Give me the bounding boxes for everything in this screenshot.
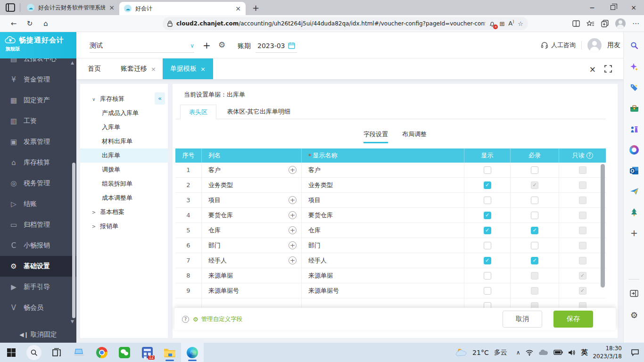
required-checkbox[interactable] [531,257,538,264]
browser-profile-avatar[interactable] [615,18,626,29]
add-archive-icon[interactable]: + [289,166,297,174]
tree-node-cost-adjust[interactable]: 成本调整单 [80,191,168,205]
shopping-tag-icon[interactable] [624,81,644,94]
close-tab-icon[interactable]: × [109,4,115,11]
collapse-panel-button[interactable]: « [155,92,165,105]
refresh-button[interactable]: ↻ [22,19,38,28]
required-checkbox[interactable] [531,166,538,174]
readonly-checkbox[interactable] [579,242,586,249]
tree-node-expense-form[interactable]: >报销单 [80,219,168,233]
notifications-blocked-icon[interactable]: × [489,20,495,27]
close-page-icon[interactable]: × [589,65,596,74]
fullscreen-icon[interactable] [604,65,612,73]
help-icon[interactable]: ? [182,316,189,323]
add-favorite-icon[interactable]: ☆ [518,20,523,27]
required-checkbox[interactable] [531,181,538,189]
home-button[interactable]: ⌂ [38,19,54,28]
user-name[interactable]: 用友 [607,41,620,49]
tab-account-migration[interactable]: 账套迁移× [113,58,164,79]
tab-body-area[interactable]: 表体区-其它出库单明细 [218,105,299,119]
display-name-cell[interactable]: 部门 [302,238,464,253]
sidebar-item-invoices[interactable]: ▣发票管理 [0,132,76,152]
user-avatar[interactable] [587,38,602,52]
split-screen-icon[interactable] [572,20,580,27]
task-view-button[interactable] [45,343,68,362]
tab-home[interactable]: 首页 [80,58,108,79]
readonly-checkbox[interactable] [579,181,586,189]
notification-center-icon[interactable] [631,349,639,356]
sidebar-item-archive[interactable]: ▭归档管理 [0,214,76,235]
readonly-checkbox[interactable] [579,197,586,204]
onedrive-cloud-icon[interactable] [539,349,548,355]
show-checkbox[interactable] [484,272,491,280]
new-tab-button[interactable]: + [252,3,259,13]
tab-workspaces-icon[interactable] [6,3,15,12]
display-name-cell[interactable]: 来源单据 [302,268,464,283]
add-sidebar-app-icon[interactable]: + [624,226,644,239]
tab-field-settings[interactable]: 字段设置 [363,130,388,143]
close-tab-icon[interactable]: × [200,66,206,73]
show-checkbox[interactable] [484,197,491,204]
restore-button[interactable] [603,0,623,15]
sidebar-item-inventory[interactable]: ⌂库存核算 [0,152,76,173]
clock-date[interactable]: 18:302023/3/18 [593,345,622,360]
url-text[interactable]: cloud2.chanjet.com/accounting/uh26t264j5… [176,20,485,27]
battery-icon[interactable] [553,350,563,355]
show-checkbox[interactable] [484,212,491,219]
search-icon[interactable] [624,39,644,52]
display-name-cell[interactable]: 经手人 [302,253,464,268]
show-checkbox[interactable] [484,242,491,249]
favorites-icon[interactable] [586,20,594,27]
sidebar-item-fixed-assets[interactable]: ▦固定资产 [0,90,76,111]
readonly-checkbox[interactable] [579,272,586,280]
calculator-icon[interactable]: 12 [136,343,158,362]
sidebar-item-salary[interactable]: ▥工资 [0,111,76,132]
hidden-icons-chevron[interactable]: ∧ [516,349,520,356]
tab-layout-adjust[interactable]: 布局调整 [402,130,427,143]
sidebar-toggle-icon[interactable] [624,287,644,300]
add-archive-icon[interactable]: + [289,226,297,234]
caret-right-icon[interactable]: > [91,210,97,215]
tab-voucher-template[interactable]: 单据模板× [163,58,213,79]
chrome-icon[interactable] [91,343,113,362]
readonly-checkbox[interactable] [579,212,586,219]
scroll-up-icon[interactable]: ▲ [71,60,74,65]
tray-temperature[interactable]: 21°C [472,349,489,356]
sidebar-item-tax[interactable]: ◎税务管理 [0,173,76,194]
save-button[interactable]: 保存 [553,311,593,328]
tab-header-area[interactable]: 表头区 [180,105,216,119]
required-checkbox[interactable] [531,197,538,204]
taskbar-search-button[interactable] [23,343,45,362]
show-checkbox[interactable] [484,166,491,174]
sidebar-item-member[interactable]: V畅会员 [0,297,76,318]
wifi-icon[interactable] [525,349,534,356]
tree-node-finished-goods-in[interactable]: 产成品入库单 [80,106,168,120]
sidebar-item-funds[interactable]: ¥资金管理 [0,69,76,90]
readonly-checkbox[interactable] [579,257,586,264]
outlook-icon[interactable] [624,164,644,177]
required-checkbox[interactable] [531,227,538,234]
show-checkbox[interactable] [484,227,491,234]
sidebar-settings-gear-icon[interactable]: ⚙ [624,308,644,321]
period-picker[interactable]: 2023-03 [256,39,297,53]
display-name-cell[interactable]: 业务类型 [302,178,464,192]
copilot-icon[interactable] [624,60,644,74]
close-window-button[interactable]: × [623,0,644,15]
readonly-checkbox[interactable] [579,227,586,234]
sidebar-item-basic-settings[interactable]: ⚙基础设置 [0,256,76,277]
manage-custom-fields-link[interactable]: 管理自定义字段 [201,315,243,323]
caret-right-icon[interactable]: > [91,224,97,229]
settings-gear-icon[interactable]: ⚙ [218,40,225,49]
table-scrollbar[interactable] [601,164,605,288]
tree-node-material-out[interactable]: 材料出库单 [80,134,168,148]
show-checkbox[interactable] [484,181,491,189]
tray-weather-text[interactable]: 多云 [494,348,507,357]
display-name-cell[interactable]: 项目 [302,193,464,207]
help-icon[interactable]: ? [586,152,593,159]
unpin-sidebar-button[interactable]: ◀❙ 取消固定 [0,327,76,343]
tree-hunt-icon[interactable] [624,206,644,219]
show-checkbox[interactable] [484,287,491,295]
back-button[interactable]: ← [6,19,22,28]
read-aloud-icon[interactable]: A) [508,20,514,27]
sidebar-item-guide[interactable]: ▶新手引导 [0,277,76,297]
